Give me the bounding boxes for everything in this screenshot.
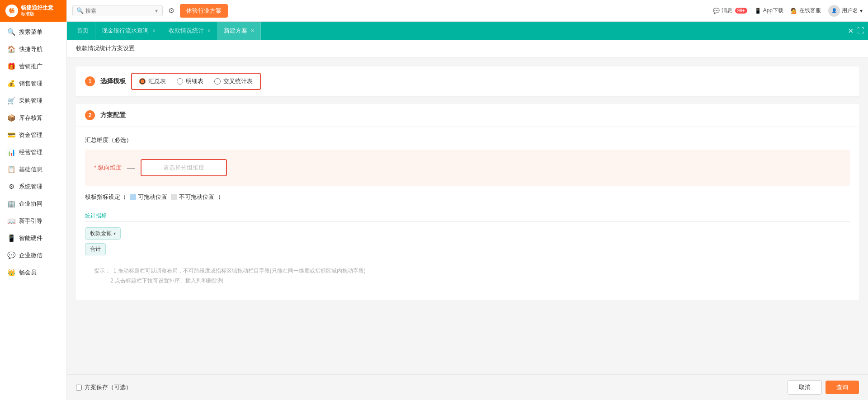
template-radio-summary[interactable] xyxy=(139,78,146,85)
message-label: 消息 xyxy=(722,7,732,14)
avatar: 👤 xyxy=(828,5,840,17)
tip-2: 2.点击标题栏下拉可设置排序、插入列和删除列 xyxy=(94,276,841,286)
dimension-select[interactable]: 请选择分组维度 xyxy=(141,159,227,176)
tab-collection-stats[interactable]: 收款情况统计 × xyxy=(162,22,217,40)
cancel-button[interactable]: 取消 xyxy=(788,380,822,395)
sidebar-item-system[interactable]: ⚙ 系统管理 xyxy=(0,178,66,195)
sidebar-item-smart-hw[interactable]: 📱 智能硬件 xyxy=(0,230,66,247)
stats-group-label: 统计指标 xyxy=(85,210,850,222)
tab-cash-flow-close[interactable]: × xyxy=(152,28,156,34)
message-action[interactable]: 💬 消息 99+ xyxy=(713,7,747,14)
service-label: 在线客服 xyxy=(799,7,821,14)
sidebar-item-search-menu[interactable]: 🔍 搜索菜单 xyxy=(0,24,66,41)
sidebar-item-label: 基础信息 xyxy=(19,165,42,174)
dim-row: * 纵向维度 — 请选择分组维度 xyxy=(94,159,227,176)
tab-new-plan-label: 新建方案 xyxy=(224,27,247,35)
search-input[interactable] xyxy=(85,8,153,14)
template-label-cross: 交叉统计表 xyxy=(223,77,253,85)
tab-cash-flow[interactable]: 现金银行流水查询 × xyxy=(95,22,162,40)
metrics-tag-chevron-icon: ▾ xyxy=(113,231,116,236)
save-label: 方案保存（可选） xyxy=(85,383,132,391)
tab-collection-stats-close[interactable]: × xyxy=(208,28,211,34)
sidebar-item-marketing[interactable]: 🎁 营销推广 xyxy=(0,58,66,75)
nodrag-label: 不可拖动位置 xyxy=(179,193,214,201)
template-label-summary: 汇总表 xyxy=(148,77,166,85)
tab-home[interactable]: 首页 xyxy=(71,22,95,40)
trial-btn[interactable]: 体验行业方案 xyxy=(180,4,228,18)
query-button[interactable]: 查询 xyxy=(826,381,859,394)
user-menu[interactable]: 👤 用户名 ▾ xyxy=(828,5,863,17)
template-options-border: 汇总表 明细表 交叉统计表 xyxy=(131,73,261,90)
topbar-actions: 💬 消息 99+ 📱 App下载 💁 在线客服 👤 用户名 ▾ xyxy=(713,5,863,17)
metrics-items: 收款金额 ▾ 合计 xyxy=(85,226,850,257)
draggable-label: 可拖动位置 xyxy=(138,193,167,201)
crown-icon: 👑 xyxy=(7,268,15,277)
sidebar-item-basic-info[interactable]: 📋 基础信息 xyxy=(0,161,66,178)
sidebar-item-label: 新手引导 xyxy=(19,217,42,225)
sidebar-item-member[interactable]: 👑 畅会员 xyxy=(0,264,66,281)
metrics-tag-amount[interactable]: 收款金额 ▾ xyxy=(85,227,121,240)
logo-subtitle: 标准版 xyxy=(21,11,53,17)
phone-icon: 📱 xyxy=(7,234,15,242)
dim-arrow-icon: — xyxy=(127,163,135,173)
sidebar-item-inventory[interactable]: 📦 库存核算 xyxy=(0,109,66,127)
plan-config-body: 汇总维度（必选） * 纵向维度 — 请选择分组维度 模板指标设定（ xyxy=(76,127,859,300)
footer-save: 方案保存（可选） xyxy=(76,383,132,391)
gift-icon: 🎁 xyxy=(7,62,15,71)
tab-close-icon[interactable]: ✕ xyxy=(848,27,854,35)
tab-new-plan[interactable]: 新建方案 × xyxy=(217,22,261,40)
dimension-placeholder: 请选择分组维度 xyxy=(163,164,204,171)
money-icon: 💰 xyxy=(7,80,15,88)
vertical-dim-label: * 纵向维度 xyxy=(94,164,122,172)
template-radio-detail[interactable] xyxy=(177,78,183,85)
sidebar-item-label: 资金管理 xyxy=(19,131,42,139)
tab-expand-icon[interactable]: ⛶ xyxy=(857,27,864,35)
template-option-detail[interactable]: 明细表 xyxy=(177,77,203,85)
search-box[interactable]: 🔍 ▾ xyxy=(72,5,163,16)
topbar: 🔍 ▾ ⚙ 体验行业方案 💬 消息 99+ 📱 App下载 💁 在线客服 👤 xyxy=(67,0,868,22)
chevron-down-icon[interactable]: ▾ xyxy=(155,8,158,14)
tip-1: 提示： 1.拖动标题栏可以调整布局，不可跨维度或指标区域拖动栏目字段(只能在同一… xyxy=(94,266,841,276)
sidebar-item-wechat[interactable]: 💬 企业微信 xyxy=(0,247,66,264)
draggable-legend: 可拖动位置 xyxy=(130,193,167,201)
step1-num: 1 xyxy=(85,76,95,86)
tabbar-actions: ✕ ⛶ xyxy=(848,27,868,35)
gear-icon: ⚙ xyxy=(7,183,15,191)
settings-icon[interactable]: ⚙ xyxy=(168,6,175,15)
sidebar-item-guide[interactable]: 📖 新手引导 xyxy=(0,212,66,230)
draggable-icon xyxy=(130,194,136,200)
tab-collection-stats-label: 收款情况统计 xyxy=(169,27,204,35)
step2-title: 方案配置 xyxy=(100,111,126,119)
save-checkbox[interactable] xyxy=(76,385,82,391)
clipboard-icon: 📋 xyxy=(7,165,15,174)
template-radio-cross[interactable] xyxy=(214,78,221,85)
sidebar-item-label: 库存核算 xyxy=(19,114,42,122)
sidebar-item-enterprise[interactable]: 🏢 企业协同 xyxy=(0,195,66,212)
sidebar-nav: 🔍 搜索菜单 🏠 快捷导航 🎁 营销推广 💰 销售管理 🛒 采购管理 📦 库存核… xyxy=(0,22,66,400)
search-icon: 🔍 xyxy=(7,28,15,36)
template-option-cross[interactable]: 交叉统计表 xyxy=(214,77,253,85)
sidebar-item-label: 企业微信 xyxy=(19,251,42,259)
content-header: 收款情况统计方案设置 xyxy=(67,40,868,57)
message-icon: 💬 xyxy=(713,8,720,14)
card-icon: 💳 xyxy=(7,131,15,139)
main-area: 🔍 ▾ ⚙ 体验行业方案 💬 消息 99+ 📱 App下载 💁 在线客服 👤 xyxy=(67,0,868,400)
sidebar-item-purchase[interactable]: 🛒 采购管理 xyxy=(0,92,66,109)
box-icon: 📦 xyxy=(7,114,15,122)
template-option-summary[interactable]: 汇总表 xyxy=(139,77,166,85)
service-action[interactable]: 💁 在线客服 xyxy=(791,7,821,14)
tab-new-plan-close[interactable]: × xyxy=(251,28,254,34)
sidebar-item-finance[interactable]: 💳 资金管理 xyxy=(0,127,66,144)
app-download-action[interactable]: 📱 App下载 xyxy=(755,7,783,14)
sidebar-item-label: 企业协同 xyxy=(19,200,42,208)
sidebar-item-label: 经营管理 xyxy=(19,148,42,156)
step2-section: 2 方案配置 汇总维度（必选） * 纵向维度 — 请选择分组维度 xyxy=(76,104,859,300)
sidebar-item-quick-nav[interactable]: 🏠 快捷导航 xyxy=(0,41,66,58)
step2-num: 2 xyxy=(85,110,95,120)
sidebar-item-label: 快捷导航 xyxy=(19,45,42,53)
sidebar-item-sales[interactable]: 💰 销售管理 xyxy=(0,75,66,92)
logo-title: 畅捷通好生意 xyxy=(21,5,53,11)
sidebar-item-operations[interactable]: 📊 经营管理 xyxy=(0,144,66,161)
building-icon: 🏢 xyxy=(7,200,15,208)
app-label: App下载 xyxy=(763,7,783,14)
